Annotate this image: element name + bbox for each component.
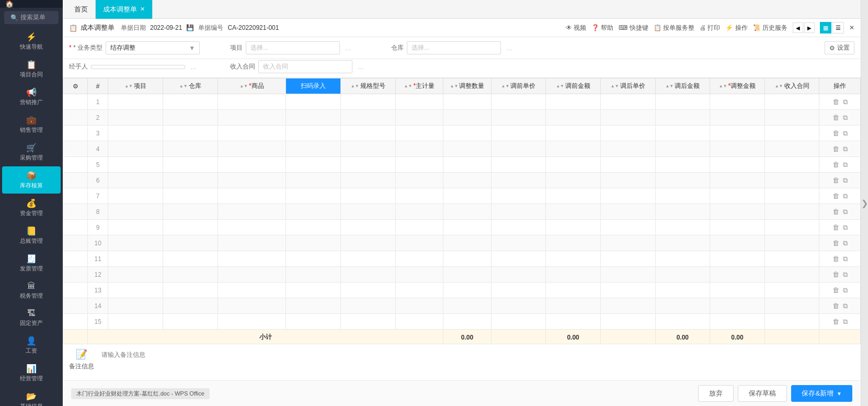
cell-scan-3[interactable]	[286, 126, 341, 141]
handler-input[interactable]	[91, 65, 185, 69]
cell-spec-9[interactable]	[340, 220, 395, 235]
cell-price-after-10[interactable]	[600, 235, 655, 251]
tab-cost-adjust[interactable]: 成本调整单 ✕	[96, 0, 153, 19]
cell-price-before-2[interactable]	[491, 110, 546, 126]
cell-qty-15[interactable]	[443, 314, 492, 330]
cell-amount-before-4[interactable]	[546, 141, 601, 157]
cell-warehouse-7[interactable]	[163, 188, 218, 204]
copy-row-8-btn[interactable]: ⧉	[842, 208, 849, 216]
cell-price-after-11[interactable]	[600, 251, 655, 267]
cell-income-12[interactable]	[764, 267, 819, 283]
cell-scan-11[interactable]	[286, 251, 341, 267]
cell-scan-7[interactable]	[286, 188, 341, 204]
cell-project-13[interactable]	[108, 283, 163, 298]
cell-price-before-5[interactable]	[491, 157, 546, 173]
cell-scan-13[interactable]	[286, 283, 341, 298]
th-adjust[interactable]: ▲▼*调整金额	[710, 78, 765, 94]
cell-qty-4[interactable]	[443, 141, 492, 157]
delete-row-2-btn[interactable]: 🗑	[831, 114, 840, 121]
cell-unit-5[interactable]	[395, 157, 443, 173]
cell-qty-7[interactable]	[443, 188, 492, 204]
nav-next[interactable]: ▶	[804, 22, 815, 33]
cell-scan-10[interactable]	[286, 235, 341, 251]
cell-spec-11[interactable]	[340, 251, 395, 267]
cell-spec-14[interactable]	[340, 298, 395, 314]
copy-row-9-btn[interactable]: ⧉	[842, 223, 849, 231]
project-more-btn[interactable]: …	[343, 44, 353, 52]
cell-warehouse-6[interactable]	[163, 173, 218, 188]
cell-price-before-11[interactable]	[491, 251, 546, 267]
cell-qty-3[interactable]	[443, 126, 492, 141]
delete-row-3-btn[interactable]: 🗑	[831, 129, 840, 137]
warehouse-more-btn[interactable]: …	[504, 44, 515, 52]
th-income-contract[interactable]: ▲▼收入合同	[764, 78, 819, 94]
cell-income-3[interactable]	[764, 126, 819, 141]
cell-project-2[interactable]	[108, 110, 163, 126]
copy-row-4-btn[interactable]: ⧉	[842, 145, 849, 153]
delete-row-14-btn[interactable]: 🗑	[831, 302, 840, 310]
sidebar-item-invoice-mgmt[interactable]: 🧾发票管理	[2, 250, 61, 277]
cell-adjust-9[interactable]	[710, 220, 765, 235]
th-spec[interactable]: ▲▼规格型号	[340, 78, 395, 94]
cell-income-1[interactable]	[764, 94, 819, 110]
cell-qty-9[interactable]	[443, 220, 492, 235]
cell-qty-11[interactable]	[443, 251, 492, 267]
cell-spec-6[interactable]	[340, 173, 395, 188]
cell-project-5[interactable]	[108, 157, 163, 173]
th-amount-after[interactable]: ▲▼调后金额	[655, 78, 710, 94]
cell-product-13[interactable]	[218, 283, 286, 298]
copy-row-5-btn[interactable]: ⧉	[842, 161, 849, 168]
cell-income-15[interactable]	[764, 314, 819, 330]
sidebar-item-sales-mgmt[interactable]: 💼销售管理	[2, 111, 61, 138]
cell-price-after-9[interactable]	[600, 220, 655, 235]
cell-unit-1[interactable]	[395, 94, 443, 110]
biz-type-input[interactable]: 结存调整 ▼	[106, 41, 200, 54]
cell-income-14[interactable]	[764, 298, 819, 314]
th-settings[interactable]: ⚙	[63, 78, 88, 94]
cell-amount-after-2[interactable]	[655, 110, 710, 126]
cell-amount-after-14[interactable]	[655, 298, 710, 314]
cell-price-after-13[interactable]	[600, 283, 655, 298]
toolbar-batch[interactable]: 📋 按单服务整	[654, 24, 694, 32]
cell-project-10[interactable]	[108, 235, 163, 251]
income-contract-input[interactable]: 收入合同	[258, 60, 352, 73]
cell-unit-2[interactable]	[395, 110, 443, 126]
cell-amount-after-5[interactable]	[655, 157, 710, 173]
cell-amount-after-15[interactable]	[655, 314, 710, 330]
delete-row-12-btn[interactable]: 🗑	[831, 270, 840, 278]
cell-warehouse-14[interactable]	[163, 298, 218, 314]
cell-product-7[interactable]	[218, 188, 286, 204]
sidebar-item-quick-nav[interactable]: ⚡快速导航	[2, 28, 61, 55]
cell-project-11[interactable]	[108, 251, 163, 267]
cell-spec-13[interactable]	[340, 283, 395, 298]
cell-project-9[interactable]	[108, 220, 163, 235]
cell-product-10[interactable]	[218, 235, 286, 251]
delete-row-9-btn[interactable]: 🗑	[831, 223, 840, 231]
cell-income-11[interactable]	[764, 251, 819, 267]
cell-amount-after-13[interactable]	[655, 283, 710, 298]
cell-warehouse-9[interactable]	[163, 220, 218, 235]
cell-adjust-2[interactable]	[710, 110, 765, 126]
sidebar-item-tax-mgmt[interactable]: 🏛税务管理	[2, 277, 61, 304]
cell-qty-6[interactable]	[443, 173, 492, 188]
cell-amount-after-6[interactable]	[655, 173, 710, 188]
cell-price-before-14[interactable]	[491, 298, 546, 314]
delete-row-10-btn[interactable]: 🗑	[831, 239, 840, 247]
cell-price-after-7[interactable]	[600, 188, 655, 204]
cell-unit-6[interactable]	[395, 173, 443, 188]
cell-unit-11[interactable]	[395, 251, 443, 267]
cell-price-before-3[interactable]	[491, 126, 546, 141]
cell-income-7[interactable]	[764, 188, 819, 204]
cell-unit-14[interactable]	[395, 298, 443, 314]
cell-amount-after-10[interactable]	[655, 235, 710, 251]
cell-product-14[interactable]	[218, 298, 286, 314]
cell-spec-15[interactable]	[340, 314, 395, 330]
th-scan[interactable]: 扫码录入	[286, 78, 341, 94]
cell-qty-8[interactable]	[443, 204, 492, 220]
income-contract-more-btn[interactable]: …	[356, 63, 366, 71]
cell-price-before-1[interactable]	[491, 94, 546, 110]
sidebar-item-funds-mgmt[interactable]: 💰资金管理	[2, 194, 61, 221]
delete-row-6-btn[interactable]: 🗑	[831, 176, 840, 184]
cell-unit-3[interactable]	[395, 126, 443, 141]
cell-warehouse-12[interactable]	[163, 267, 218, 283]
